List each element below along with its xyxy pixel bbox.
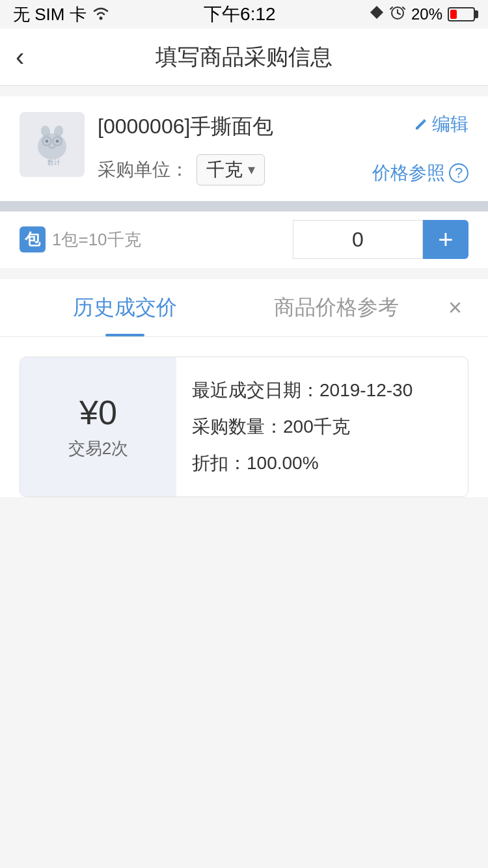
- bottom-space: [0, 517, 488, 868]
- battery-icon: [448, 7, 475, 21]
- svg-point-10: [56, 140, 59, 143]
- edit-label: 编辑: [432, 112, 468, 137]
- tab-section: 历史成交价 商品价格参考 × ¥0 交易2次 最近成交日期：2019-12-30…: [0, 279, 488, 497]
- svg-line-3: [398, 13, 400, 14]
- carrier-text: 无 SIM 卡: [13, 3, 87, 26]
- price-right-panel: 最近成交日期：2019-12-30 采购数量：200千克 折扣：100.00%: [176, 357, 468, 496]
- status-left: 无 SIM 卡: [13, 3, 110, 26]
- help-icon: ?: [449, 163, 468, 183]
- quantity-plus-button[interactable]: +: [423, 220, 468, 259]
- battery-percent: 20%: [411, 5, 442, 23]
- unit-value: 千克: [206, 157, 243, 182]
- location-icon: [370, 5, 384, 23]
- price-card: ¥0 交易2次 最近成交日期：2019-12-30 采购数量：200千克 折扣：…: [20, 357, 468, 497]
- quantity-left: 包 1包=10千克: [20, 226, 141, 252]
- svg-point-4: [38, 133, 66, 159]
- quantity-input[interactable]: [293, 220, 423, 259]
- unit-description: 1包=10千克: [52, 228, 141, 251]
- tab-product-price-ref[interactable]: 商品价格参考: [230, 279, 441, 336]
- edit-icon: [414, 117, 428, 131]
- tab-history-price[interactable]: 历史成交价: [20, 279, 230, 336]
- chevron-down-icon: ▾: [248, 161, 255, 178]
- price-discount-row: 折扣：100.00%: [192, 450, 452, 477]
- status-right: 20%: [370, 4, 475, 25]
- status-bar: 无 SIM 卡 下午6:12 20%: [0, 0, 488, 29]
- quantity-row: 包 1包=10千克 +: [0, 211, 488, 269]
- svg-point-9: [46, 140, 49, 143]
- nav-bar: ‹ 填写商品采购信息: [0, 29, 488, 86]
- page-title: 填写商品采购信息: [156, 42, 332, 72]
- wifi-icon: [92, 5, 110, 25]
- price-left-panel: ¥0 交易2次: [20, 357, 176, 496]
- tab-header: 历史成交价 商品价格参考 ×: [0, 279, 488, 337]
- product-card: 数计 [0000006]手撕面包 采购单位： 千克 ▾ 编辑 价格参照 ?: [0, 96, 488, 201]
- edit-button[interactable]: 编辑: [414, 112, 468, 137]
- back-button[interactable]: ‹: [16, 42, 24, 72]
- unit-label: 采购单位：: [98, 157, 189, 182]
- product-image: 数计: [20, 112, 85, 177]
- unit-badge: 包: [20, 226, 46, 252]
- time-display: 下午6:12: [204, 2, 276, 27]
- section-divider: [0, 201, 488, 211]
- qty-label: 采购数量：: [192, 416, 283, 437]
- discount-value: 100.00%: [247, 453, 319, 473]
- alarm-icon: [389, 4, 406, 25]
- price-transactions: 交易2次: [68, 437, 128, 460]
- svg-text:数计: 数计: [47, 159, 61, 166]
- tab-close-button[interactable]: ×: [442, 294, 468, 321]
- date-value: 2019-12-30: [319, 380, 413, 400]
- price-qty-row: 采购数量：200千克: [192, 413, 452, 441]
- svg-point-0: [99, 16, 102, 20]
- unit-select[interactable]: 千克 ▾: [197, 154, 265, 185]
- discount-label: 折扣：: [192, 453, 247, 473]
- quantity-right: +: [293, 220, 468, 259]
- date-label: 最近成交日期：: [192, 380, 319, 400]
- price-ref-label: 价格参照: [372, 161, 445, 185]
- price-ref-button[interactable]: 价格参照 ?: [372, 161, 468, 185]
- product-name: [0000006]手撕面包: [98, 112, 468, 141]
- price-date-row: 最近成交日期：2019-12-30: [192, 377, 452, 404]
- qty-value: 200千克: [283, 416, 350, 437]
- price-amount: ¥0: [79, 393, 117, 432]
